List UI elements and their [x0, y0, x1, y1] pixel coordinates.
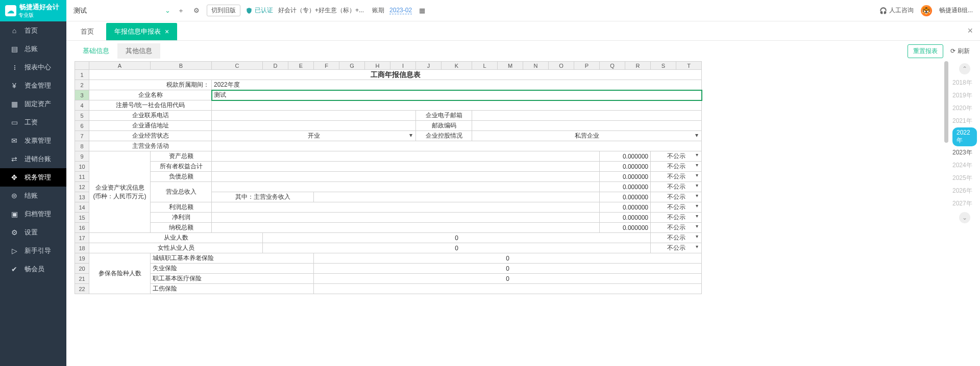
row-header[interactable]: 21	[75, 274, 89, 284]
publish-select[interactable]: 不公示	[651, 151, 702, 162]
col-header[interactable]: E	[288, 62, 314, 70]
subtab-other[interactable]: 其他信息	[117, 43, 160, 59]
vertical-scrollbar[interactable]	[944, 61, 949, 366]
cell[interactable]	[212, 213, 600, 223]
sidebar-item-畅会员[interactable]: ✔畅会员	[0, 260, 66, 278]
support-link[interactable]: 🎧 人工咨询	[879, 6, 914, 15]
row-header[interactable]: 8	[75, 141, 89, 151]
cell[interactable]	[212, 182, 600, 192]
cell[interactable]	[314, 192, 600, 202]
sidebar-item-工资[interactable]: ▭工资	[0, 113, 66, 132]
reset-report-button[interactable]: 重置报表	[908, 44, 943, 58]
sidebar-item-结账[interactable]: ⊜结账	[0, 187, 66, 205]
sidebar-item-进销台账[interactable]: ⇄进销台账	[0, 150, 66, 168]
publish-select[interactable]: 不公示	[651, 192, 702, 202]
sidebar-item-发票管理[interactable]: ✉发票管理	[0, 132, 66, 150]
cell[interactable]: 注册号/统一社会信用代码	[89, 100, 212, 111]
publish-select[interactable]: 不公示	[651, 233, 702, 243]
holding-select[interactable]: 私营企业	[472, 131, 702, 141]
period-value[interactable]: 2022年度	[212, 80, 702, 90]
cell[interactable]: 0.000000	[600, 182, 651, 192]
sidebar-item-报表中心[interactable]: ⫶报表中心	[0, 58, 66, 76]
col-header[interactable]: C	[212, 62, 263, 70]
cell[interactable]	[472, 111, 702, 121]
row-header[interactable]: 2	[75, 80, 89, 90]
avatar[interactable]: 🐯	[921, 5, 932, 16]
cell[interactable]: 0	[314, 264, 702, 274]
cell[interactable]: 工伤保险	[151, 284, 314, 294]
cell[interactable]: 0.000000	[600, 213, 651, 223]
row-header[interactable]: 1	[75, 70, 89, 80]
period-label[interactable]: 税款所属期间：	[89, 80, 212, 90]
publish-select[interactable]: 不公示	[651, 213, 702, 223]
col-header[interactable]: Q	[600, 62, 625, 70]
row-header[interactable]: 15	[75, 213, 89, 223]
cell[interactable]: 0.000000	[600, 223, 651, 233]
cell[interactable]	[212, 141, 702, 151]
cell[interactable]: 0	[263, 243, 651, 253]
row-header[interactable]: 19	[75, 253, 89, 264]
publish-select[interactable]: 不公示	[651, 162, 702, 172]
row-header[interactable]: 4	[75, 100, 89, 111]
annual-report-sheet[interactable]: ABCDEFGHIJKLMNOPQRST 1工商年报信息表2税款所属期间：202…	[75, 61, 702, 294]
publish-select[interactable]: 不公示	[651, 243, 702, 253]
sheet-title[interactable]: 工商年报信息表	[89, 70, 702, 80]
row-header[interactable]: 10	[75, 162, 89, 172]
company-name-label[interactable]: 企业名称	[89, 90, 212, 100]
col-header[interactable]: B	[151, 62, 212, 70]
row-header[interactable]: 5	[75, 111, 89, 121]
col-header[interactable]: O	[549, 62, 574, 70]
row-header[interactable]: 16	[75, 223, 89, 233]
year-option[interactable]: 2026年	[952, 185, 977, 197]
sidebar-item-设置[interactable]: ⚙设置	[0, 223, 66, 242]
col-header[interactable]: N	[523, 62, 549, 70]
tab-annual-report[interactable]: 年报信息申报表 ×	[106, 23, 177, 40]
row-header[interactable]: 9	[75, 151, 89, 162]
year-option[interactable]: 2018年	[952, 76, 977, 89]
col-header[interactable]: S	[651, 62, 676, 70]
cell[interactable]	[212, 172, 600, 182]
row-header[interactable]: 18	[75, 243, 89, 253]
sidebar-item-固定资产[interactable]: ▦固定资产	[0, 95, 66, 113]
cell[interactable]: 从业人数	[89, 233, 263, 243]
cell[interactable]: 营业总收入	[151, 182, 212, 202]
sidebar-item-资金管理[interactable]: ¥资金管理	[0, 76, 66, 95]
col-header[interactable]: P	[574, 62, 600, 70]
cell[interactable]: 企业联系电话	[89, 111, 212, 121]
company-settings-button[interactable]: ⚙	[191, 6, 202, 15]
col-header[interactable]: M	[498, 62, 523, 70]
row-header[interactable]: 22	[75, 284, 89, 294]
cell[interactable]: 0	[314, 253, 702, 264]
cell[interactable]: 失业保险	[151, 264, 314, 274]
col-header[interactable]: F	[314, 62, 339, 70]
year-option[interactable]: 2022年	[952, 127, 977, 146]
refresh-button[interactable]: ⟳ 刷新	[950, 47, 970, 56]
cell[interactable]	[212, 100, 702, 111]
cell[interactable]: 所有者权益合计	[151, 162, 212, 172]
publish-select[interactable]: 不公示	[651, 223, 702, 233]
cell[interactable]: 0	[263, 233, 651, 243]
col-header[interactable]: I	[390, 62, 416, 70]
cell[interactable]: 企业通信地址	[89, 121, 212, 131]
year-option[interactable]: 2024年	[952, 159, 977, 172]
cell[interactable]: 其中：主营业务收入	[212, 192, 314, 202]
cell[interactable]: 女性从业人员	[89, 243, 263, 253]
col-header[interactable]: T	[676, 62, 702, 70]
sidebar-item-新手引导[interactable]: ▷新手引导	[0, 242, 66, 260]
row-header[interactable]: 12	[75, 182, 89, 192]
year-down-button[interactable]: ⌄	[959, 212, 970, 223]
cell[interactable]: 0.000000	[600, 202, 651, 213]
row-header[interactable]: 20	[75, 264, 89, 274]
add-company-button[interactable]: ＋	[176, 5, 186, 16]
cell[interactable]	[314, 284, 702, 294]
cell[interactable]: 主营业务活动	[89, 141, 212, 151]
year-option[interactable]: 2020年	[952, 102, 977, 115]
col-header[interactable]: L	[472, 62, 498, 70]
cell[interactable]: 净利润	[151, 213, 212, 223]
sidebar-item-首页[interactable]: ⌂首页	[0, 21, 66, 40]
cell[interactable]	[212, 223, 600, 233]
row-header[interactable]: 14	[75, 202, 89, 213]
row-header[interactable]: 7	[75, 131, 89, 141]
company-name-value[interactable]: 测试	[212, 90, 702, 100]
publish-select[interactable]: 不公示	[651, 172, 702, 182]
